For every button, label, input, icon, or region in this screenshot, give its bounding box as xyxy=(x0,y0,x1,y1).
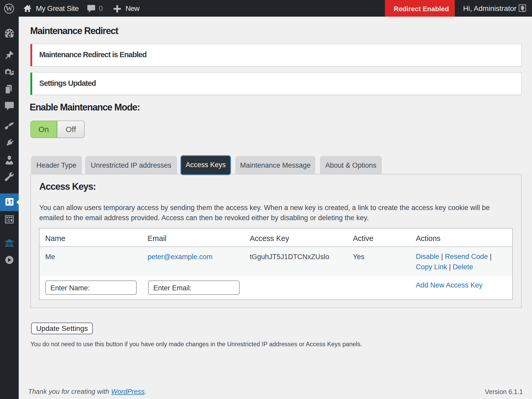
svg-text:W: W xyxy=(6,5,13,12)
